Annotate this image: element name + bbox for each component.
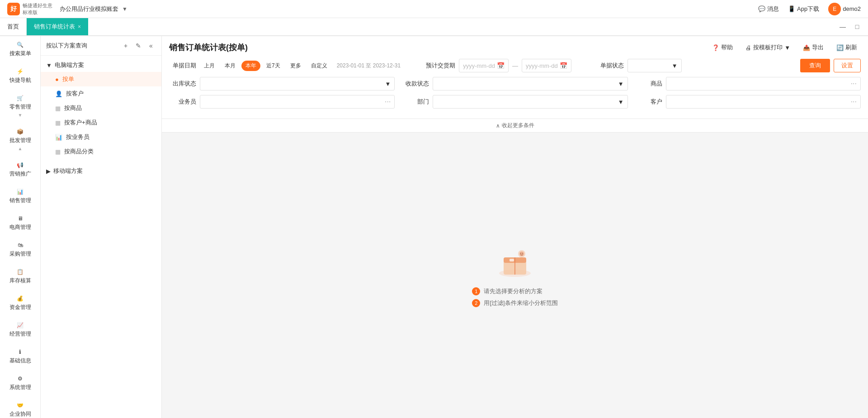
retail-arrow-icon: ▼ — [18, 113, 23, 118]
topbar-right: 💬 消息 📱 App下载 E demo2 — [758, 3, 861, 15]
scheme-item-by-customer-goods[interactable]: ▦ 按客户+商品 — [41, 115, 161, 130]
sidebar-item-inventory[interactable]: 📋 库存核算 — [0, 263, 40, 290]
filter-salesman: 业务员 ··· — [169, 95, 395, 109]
marketing-icon: 📢 — [17, 162, 24, 168]
payment-status-select[interactable]: ▼ — [433, 77, 627, 90]
bill-status-select[interactable]: ▼ — [627, 59, 682, 72]
scheme-group-mobile: ▶ 移动端方案 — [41, 162, 161, 180]
calendar-icon-1: 📅 — [497, 62, 505, 69]
tab-close-icon[interactable]: × — [78, 24, 81, 30]
sidebar-item-base[interactable]: ℹ 基础信息 — [0, 343, 40, 370]
logo-text: 畅捷通好生意 标准版 — [23, 2, 52, 15]
app-download-button[interactable]: 📱 App下载 — [788, 5, 819, 13]
edit-scheme-button[interactable]: ✎ — [133, 41, 143, 51]
payment-arrow-icon: ▼ — [618, 81, 624, 87]
base-icon: ℹ — [19, 349, 21, 355]
wholesale-icon: 📦 — [17, 128, 24, 135]
sidebar-item-finance[interactable]: 💰 资金管理 — [0, 290, 40, 317]
sidebar-item-search[interactable]: 🔍 搜索菜单 — [0, 36, 40, 63]
maximize-button[interactable]: □ — [852, 21, 863, 32]
date-btn-more[interactable]: 更多 — [286, 61, 305, 71]
empty-illustration — [492, 244, 538, 280]
scheme-item-by-customer[interactable]: 👤 按客户 — [41, 86, 161, 101]
user-menu[interactable]: E demo2 — [828, 3, 861, 15]
topbar-dropdown[interactable]: ▼ — [122, 6, 127, 12]
hint-item-1: 1 请先选择要分析的方案 — [472, 287, 557, 295]
collapse-arrow-icon: ∧ — [496, 123, 500, 129]
goods-more-icon[interactable]: ··· — [851, 80, 857, 88]
date-btn-this-year[interactable]: 本年 — [241, 61, 260, 71]
system-icon: ⚙ — [18, 375, 23, 382]
scheme-group-label: 电脑端方案 — [55, 61, 84, 69]
date-btn-custom[interactable]: 自定义 — [307, 61, 331, 71]
page-toolbar: ❓ 帮助 🖨 按模板打印 ▼ 📤 导出 🔄 刷新 — [708, 42, 861, 53]
sidebar-item-collab[interactable]: 🤝 企业协同 — [0, 397, 40, 418]
scheme-category-icon: ▦ — [55, 148, 61, 155]
filter-row-date: 单据日期 上月 本月 本年 近7天 更多 自定义 2023-01-01 至 20… — [169, 59, 861, 72]
salesman-more-icon[interactable]: ··· — [385, 98, 391, 106]
avatar: E — [828, 3, 841, 15]
message-button[interactable]: 💬 消息 — [758, 5, 779, 13]
content-area: 按以下方案查询 + ✎ « ▼ 电脑端方案 ● 按单 👤 按客户 — [41, 36, 868, 418]
scheme-item-by-goods[interactable]: ▦ 按商品 — [41, 101, 161, 115]
bill-status-arrow-icon: ▼ — [672, 62, 678, 69]
refresh-button[interactable]: 🔄 刷新 — [833, 42, 861, 53]
help-button[interactable]: ❓ 帮助 — [708, 42, 736, 53]
date-separator: — — [512, 62, 518, 69]
scheme-item-by-category[interactable]: ▦ 按商品分类 — [41, 144, 161, 159]
salesman-select[interactable]: ··· — [200, 95, 395, 109]
expected-date-from[interactable]: yyyy-mm-dd 📅 — [459, 59, 509, 72]
customer-more-icon[interactable]: ··· — [851, 98, 857, 106]
filter-customer: 客户 ··· — [635, 95, 861, 109]
left-panel-title: 按以下方案查询 — [46, 42, 118, 50]
svg-point-8 — [522, 253, 523, 254]
date-btn-this-month[interactable]: 本月 — [221, 61, 240, 71]
salesman-label: 业务员 — [169, 98, 196, 106]
sidebar-item-wholesale[interactable]: 📦 批发管理 ▲ — [0, 123, 40, 157]
print-icon: 🖨 — [745, 44, 751, 51]
minimize-button[interactable]: — — [837, 21, 848, 32]
sidebar-item-quicknav[interactable]: ⚡ 快捷导航 — [0, 63, 40, 90]
sidebar-item-system[interactable]: ⚙ 系统管理 — [0, 370, 40, 397]
tab-active[interactable]: 销售订单统计表 × — [27, 18, 88, 35]
collapse-bar[interactable]: ∧ 收起更多条件 — [162, 119, 868, 133]
sidebar-item-purchase[interactable]: 🛍 采购管理 — [0, 237, 40, 263]
template-print-button[interactable]: 🖨 按模板打印 ▼ — [742, 42, 794, 53]
date-btn-last-month[interactable]: 上月 — [200, 61, 219, 71]
scheme-item-by-order[interactable]: ● 按单 — [41, 72, 161, 86]
setting-button[interactable]: 设置 — [834, 59, 861, 72]
filter-row-3: 业务员 ··· 部门 ▼ 客户 — [169, 95, 861, 109]
sidebar-item-management[interactable]: 📈 经营管理 — [0, 317, 40, 343]
export-button[interactable]: 📤 导出 — [799, 42, 827, 53]
sidebar-item-retail[interactable]: 🛒 零售管理 ▼ — [0, 90, 40, 123]
scheme-group-mobile-header[interactable]: ▶ 移动端方案 — [41, 164, 161, 178]
mobile-group-arrow-icon: ▶ — [46, 168, 51, 175]
search-button[interactable]: 查询 — [800, 59, 830, 72]
scheme-customer-icon: 👤 — [55, 90, 62, 97]
sidebar-item-ecommerce[interactable]: 🖥 电商管理 — [0, 210, 40, 237]
sidebar-item-marketing[interactable]: 📢 营销推广 — [0, 157, 40, 183]
right-area: 销售订单统计表(按单) ❓ 帮助 🖨 按模板打印 ▼ 📤 导出 — [162, 36, 868, 418]
refresh-icon: 🔄 — [836, 44, 844, 51]
goods-select[interactable]: ··· — [666, 77, 861, 90]
add-scheme-button[interactable]: + — [121, 41, 131, 51]
customer-select[interactable]: ··· — [666, 95, 861, 109]
topbar-left: 好 畅捷通好生意 标准版 办公用品行业模拟账套 ▼ — [7, 2, 127, 15]
sidebar-item-sales[interactable]: 📊 销售管理 — [0, 183, 40, 210]
goods-label: 商品 — [635, 80, 662, 88]
mobile-group-label: 移动端方案 — [53, 167, 83, 175]
tab-home[interactable]: 首页 — [0, 18, 27, 35]
finance-icon: 💰 — [17, 295, 24, 302]
dept-select[interactable]: ▼ — [433, 95, 627, 109]
scheme-group-desktop-header[interactable]: ▼ 电脑端方案 — [41, 58, 161, 72]
quicknav-icon: ⚡ — [17, 68, 24, 75]
collapse-panel-button[interactable]: « — [146, 41, 156, 51]
scheme-custgoods-icon: ▦ — [55, 119, 61, 126]
date-btn-7days[interactable]: 近7天 — [262, 61, 284, 71]
expected-date-to[interactable]: yyyy-mm-dd 📅 — [522, 59, 571, 72]
ship-status-select[interactable]: ▼ — [200, 77, 395, 90]
filter-ship-status: 出库状态 ▼ — [169, 77, 395, 90]
scheme-item-by-salesman[interactable]: 📊 按业务员 — [41, 130, 161, 144]
left-panel-header: 按以下方案查询 + ✎ « — [41, 36, 161, 56]
export-icon: 📤 — [803, 44, 810, 51]
